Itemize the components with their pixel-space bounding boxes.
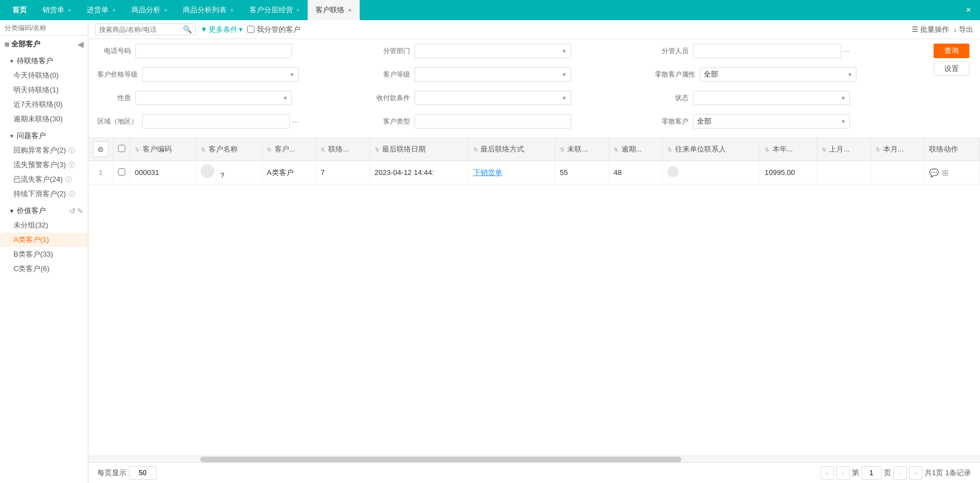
sidebar-item-7days[interactable]: 近7天待联络(0) bbox=[0, 97, 88, 112]
sidebar-problem-header[interactable]: ▼ 问题客户 bbox=[0, 129, 88, 143]
sidebar-pending-header[interactable]: ▼ 待联络客户 bbox=[0, 54, 88, 68]
retail-attr-select[interactable]: 全部 ▼ bbox=[700, 67, 856, 82]
sort-icon-code: ⇅ bbox=[135, 146, 139, 153]
nav-analysis-close[interactable]: × bbox=[164, 7, 167, 13]
manager-input[interactable] bbox=[693, 44, 841, 58]
payment-select[interactable]: ▼ bbox=[414, 91, 571, 105]
cust-grade-select[interactable]: ▼ bbox=[414, 67, 571, 82]
filter-cell-price-grade: 客户价格等级 ▼ bbox=[97, 67, 365, 82]
nav-customer-segment[interactable]: 客户分层经营 × bbox=[242, 0, 308, 20]
pending-label: 待联络客户 bbox=[17, 56, 53, 66]
dept-select[interactable]: ▼ bbox=[414, 44, 571, 58]
col-year-label: 本年... bbox=[772, 145, 793, 153]
sidebar-item-class-b[interactable]: B类客户(33) bbox=[0, 247, 88, 262]
scrollbar-thumb[interactable] bbox=[200, 457, 681, 462]
sidebar-item-class-c[interactable]: C类客户(6) bbox=[0, 262, 88, 276]
sidebar-value-header[interactable]: ▼ 价值客户 ↺ ✎ bbox=[0, 203, 88, 218]
prev-page-btn[interactable]: ‹ bbox=[836, 466, 850, 480]
filter-search-input[interactable] bbox=[99, 26, 183, 34]
nav-analysis[interactable]: 商品分析 × bbox=[124, 0, 175, 20]
nav-customer-segment-close[interactable]: × bbox=[296, 7, 300, 13]
row-1-checkbox[interactable] bbox=[118, 168, 125, 176]
row-overdue-1: 48 bbox=[609, 161, 663, 184]
edit-icon[interactable]: ✎ bbox=[77, 207, 83, 215]
nav-customer-contact[interactable]: 客户联络 × bbox=[308, 0, 359, 20]
sidebar-collapse-btn[interactable]: ◀ bbox=[78, 40, 83, 49]
cust-type-input[interactable] bbox=[414, 114, 571, 129]
sidebar-item-declining[interactable]: 持续下滑客户(2) ⓘ bbox=[0, 187, 88, 201]
problem-arrow-icon: ▼ bbox=[9, 133, 15, 139]
price-grade-select[interactable]: ▼ bbox=[142, 67, 299, 82]
page-num-input[interactable] bbox=[861, 466, 882, 480]
sidebar-item-class-a[interactable]: A类客户(1) bbox=[0, 233, 88, 247]
query-button[interactable]: 查询 bbox=[934, 44, 969, 58]
phone-input[interactable] bbox=[135, 44, 292, 58]
7days-label: 近7天待联络(0) bbox=[13, 100, 63, 108]
nav-purchase-close[interactable]: × bbox=[112, 7, 115, 13]
nav-analysis-list-close[interactable]: × bbox=[230, 7, 233, 13]
page-size-input[interactable] bbox=[129, 466, 157, 480]
payment-label: 收付款条件 bbox=[376, 93, 410, 103]
last-page-btn[interactable]: » bbox=[909, 466, 922, 480]
col-last-method: ⇅ 最后联络方式 bbox=[468, 138, 555, 161]
nature-label: 性质 bbox=[97, 93, 131, 103]
row-actions-1: 💬 ⊞ bbox=[925, 161, 980, 184]
chat-icon-1[interactable]: 💬 bbox=[929, 168, 939, 177]
col-unit-label: 往来单位联系人 bbox=[675, 145, 726, 153]
sidebar-all-customers[interactable]: ⊞ 全部客户 ◀ bbox=[0, 36, 88, 53]
main-layout: 🔍 ⊞ 全部客户 ◀ ▼ 待联络客户 今天待联络(0) 明天待联络(1) bbox=[0, 20, 980, 483]
region-dots-btn[interactable]: ··· bbox=[292, 117, 299, 126]
col-last-method-label: 最后联络方式 bbox=[480, 145, 524, 153]
col-uncontact-label: 未联... bbox=[567, 145, 588, 153]
sidebar-item-tomorrow[interactable]: 明天待联络(1) bbox=[0, 83, 88, 97]
table-header-row: ⚙ ⇅ 客户编码 ⇅ 客户名称 bbox=[88, 138, 980, 161]
sidebar-item-abnormal[interactable]: 回购异常客户(2) ⓘ bbox=[0, 143, 88, 158]
cust-grade-caret-icon: ▼ bbox=[562, 72, 567, 78]
nature-select[interactable]: ▼ bbox=[135, 91, 292, 105]
my-customers-checkbox[interactable] bbox=[247, 26, 255, 33]
refresh-icon[interactable]: ↺ bbox=[69, 207, 76, 215]
sidebar-item-overdue[interactable]: 逾期未联络(30) bbox=[0, 112, 88, 126]
nav-sales[interactable]: 销货单 × bbox=[35, 0, 79, 20]
sidebar-problem-customers: ▼ 问题客户 回购异常客户(2) ⓘ 流失预警客户(3) ⓘ 已流失客户(24)… bbox=[0, 127, 88, 202]
sidebar-value-customers: ▼ 价值客户 ↺ ✎ 未分组(32) A类客户(1) B类客户(33) bbox=[0, 202, 88, 277]
nav-analysis-list[interactable]: 商品分析列表 × bbox=[175, 0, 241, 20]
filter-action-buttons: 查询 设置 bbox=[932, 44, 971, 76]
nav-customer-contact-close[interactable]: × bbox=[348, 7, 351, 13]
col-gear: ⚙ bbox=[88, 138, 114, 161]
close-window-btn[interactable]: × bbox=[962, 5, 976, 15]
filter-search-icon[interactable]: 🔍 bbox=[183, 25, 192, 34]
filter-more-btn[interactable]: ▼ 更多条件 ▾ bbox=[200, 25, 243, 35]
batch-op-btn[interactable]: ☰ 批量操作 bbox=[912, 25, 949, 35]
select-all-checkbox[interactable] bbox=[118, 145, 125, 152]
horizontal-scrollbar[interactable] bbox=[88, 456, 980, 462]
nav-home[interactable]: 首页 bbox=[4, 0, 35, 20]
sort-icon-unit: ⇅ bbox=[667, 146, 672, 153]
manager-dots-btn[interactable]: ··· bbox=[844, 46, 850, 55]
sidebar-item-today[interactable]: 今天待联络(0) bbox=[0, 68, 88, 83]
col-category: ⇅ 客户... bbox=[262, 138, 315, 161]
page-prefix-label: 第 bbox=[852, 468, 859, 478]
nature-caret-icon: ▼ bbox=[282, 95, 288, 101]
sidebar-item-churned[interactable]: 已流失客户(24) ⓘ bbox=[0, 172, 88, 187]
settings-button[interactable]: 设置 bbox=[934, 61, 969, 76]
export-btn[interactable]: ↓ 导出 bbox=[954, 25, 974, 35]
my-customers-filter[interactable]: 我分管的客户 bbox=[247, 25, 300, 35]
sidebar-item-churn-warning[interactable]: 流失预警客户(3) ⓘ bbox=[0, 158, 88, 172]
manager-label: 分管人员 bbox=[655, 46, 689, 56]
nav-sales-close[interactable]: × bbox=[68, 7, 71, 13]
retail-attr-label: 零散客户属性 bbox=[655, 70, 695, 79]
sidebar-item-unclassified[interactable]: 未分组(32) bbox=[0, 218, 88, 233]
gear-settings-btn[interactable]: ⚙ bbox=[93, 141, 109, 157]
qr-icon-1[interactable]: ⊞ bbox=[942, 168, 949, 177]
next-page-btn[interactable]: › bbox=[893, 466, 907, 480]
last-method-link-1[interactable]: 下销货单 bbox=[473, 168, 502, 177]
retail-cust-select[interactable]: 全部 ▼ bbox=[693, 114, 850, 129]
nav-purchase[interactable]: 进货单 × bbox=[79, 0, 123, 20]
sidebar: 🔍 ⊞ 全部客户 ◀ ▼ 待联络客户 今天待联络(0) 明天待联络(1) bbox=[0, 20, 88, 483]
sidebar-search-input[interactable] bbox=[4, 24, 88, 32]
first-page-btn[interactable]: « bbox=[821, 466, 834, 480]
sort-icon-overdue: ⇅ bbox=[614, 146, 618, 153]
status-select[interactable]: ▼ bbox=[693, 91, 850, 105]
region-input[interactable] bbox=[142, 114, 290, 129]
